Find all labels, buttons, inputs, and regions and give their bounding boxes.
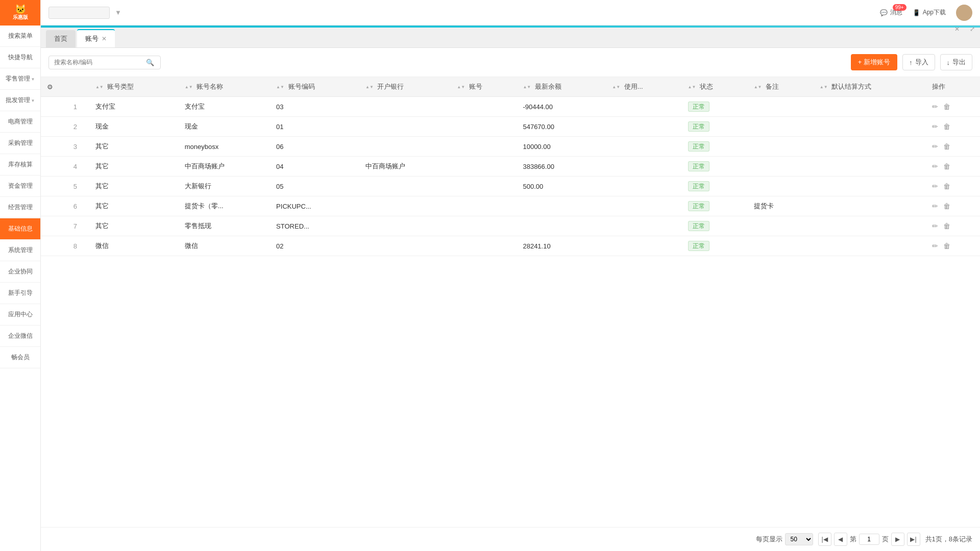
edit-button[interactable]: ✏ bbox=[932, 182, 938, 190]
avatar[interactable] bbox=[956, 5, 972, 21]
delete-button[interactable]: 🗑 bbox=[943, 182, 950, 190]
tab-home[interactable]: 首页 bbox=[46, 30, 76, 47]
edit-button[interactable]: ✏ bbox=[932, 162, 938, 170]
cell-account-type: 其它 bbox=[89, 177, 179, 196]
tab-account-close[interactable]: ✕ bbox=[102, 36, 107, 42]
sort-arrows-usage: ▲▼ bbox=[612, 85, 620, 89]
account-search-input[interactable] bbox=[54, 59, 146, 66]
edit-button[interactable]: ✏ bbox=[932, 222, 938, 230]
maximize-window-button[interactable]: ⤢ bbox=[965, 21, 980, 37]
delete-button[interactable]: 🗑 bbox=[943, 122, 950, 131]
delete-button[interactable]: 🗑 bbox=[943, 103, 950, 111]
page-input-area: 第 页 bbox=[850, 534, 889, 545]
cell-bank bbox=[359, 216, 451, 236]
cell-remark bbox=[748, 236, 814, 256]
sidebar-item-wholesale-mgmt[interactable]: 批发管理▼ bbox=[0, 90, 40, 111]
sidebar-item-ecommerce-mgmt[interactable]: 电商管理 bbox=[0, 111, 40, 133]
delete-button[interactable]: 🗑 bbox=[943, 222, 950, 230]
delete-button[interactable]: 🗑 bbox=[943, 202, 950, 210]
status-badge: 正常 bbox=[688, 221, 709, 231]
tab-account[interactable]: 账号 ✕ bbox=[77, 29, 115, 47]
col-account-type[interactable]: ▲▼ 账号类型 bbox=[89, 77, 179, 97]
cell-index: 4 bbox=[61, 157, 89, 177]
cell-latest-balance: 547670.00 bbox=[517, 117, 606, 137]
cell-gear bbox=[41, 236, 61, 256]
col-remark[interactable]: ▲▼ 备注 bbox=[748, 77, 814, 97]
close-window-button[interactable]: ✕ bbox=[949, 21, 965, 37]
sidebar-item-corp-wechat[interactable]: 企业微信 bbox=[0, 325, 40, 347]
edit-button[interactable]: ✏ bbox=[932, 122, 938, 131]
cell-gear bbox=[41, 177, 61, 196]
status-badge: 正常 bbox=[688, 241, 709, 251]
cell-status: 正常 bbox=[682, 117, 748, 137]
sidebar-item-ops-mgmt[interactable]: 经营管理 bbox=[0, 197, 40, 218]
search-icon[interactable]: 🔍 bbox=[146, 59, 154, 66]
sort-arrows-latest-balance: ▲▼ bbox=[523, 85, 531, 89]
logo-subtitle: 乐惠版 bbox=[13, 14, 28, 21]
export-button[interactable]: ↓ 导出 bbox=[940, 54, 973, 70]
col-latest-balance[interactable]: ▲▼ 最新余额 bbox=[517, 77, 606, 97]
col-account-name[interactable]: ▲▼ 账号名称 bbox=[179, 77, 270, 97]
col-usage[interactable]: ▲▼ 使用... bbox=[606, 77, 681, 97]
cell-account-no bbox=[451, 196, 517, 216]
first-page-button[interactable]: |◀ bbox=[818, 533, 831, 546]
cell-remark bbox=[748, 157, 814, 177]
cell-usage bbox=[606, 177, 681, 196]
edit-button[interactable]: ✏ bbox=[932, 103, 938, 111]
last-page-button[interactable]: ▶| bbox=[907, 533, 920, 546]
page-number-input[interactable] bbox=[859, 534, 879, 545]
edit-button[interactable]: ✏ bbox=[932, 202, 938, 210]
col-operation: 操作 bbox=[926, 77, 980, 97]
sidebar-item-chang-member[interactable]: 畅会员 bbox=[0, 347, 40, 368]
prev-page-button[interactable]: ◀ bbox=[834, 533, 847, 546]
col-account-code[interactable]: ▲▼ 账号编码 bbox=[270, 77, 359, 97]
cell-operation: ✏ 🗑 bbox=[926, 137, 980, 157]
cell-index: 6 bbox=[61, 196, 89, 216]
tab-account-label: 账号 bbox=[85, 34, 99, 43]
cell-account-no bbox=[451, 216, 517, 236]
edit-button[interactable]: ✏ bbox=[932, 242, 938, 250]
col-account-no[interactable]: ▲▼ 账号 bbox=[451, 77, 517, 97]
col-bank[interactable]: ▲▼ 开户银行 bbox=[359, 77, 451, 97]
header-dropdown-icon[interactable]: ▼ bbox=[115, 9, 121, 16]
sidebar-item-search-menu[interactable]: 搜索菜单 bbox=[0, 26, 40, 47]
page-nav: |◀ ◀ 第 页 ▶ ▶| bbox=[818, 533, 920, 546]
col-gear[interactable]: ⚙ bbox=[41, 77, 61, 97]
status-badge: 正常 bbox=[688, 161, 709, 171]
delete-button[interactable]: 🗑 bbox=[943, 142, 950, 151]
op-buttons: ✏ 🗑 bbox=[932, 122, 974, 131]
sidebar-item-inventory-check[interactable]: 库存核算 bbox=[0, 154, 40, 176]
sidebar-item-purchase-mgmt[interactable]: 采购管理 bbox=[0, 133, 40, 154]
app-download-label: App下载 bbox=[923, 8, 946, 17]
sidebar-item-quick-nav[interactable]: 快捷导航 bbox=[0, 47, 40, 68]
next-page-button[interactable]: ▶ bbox=[891, 533, 904, 546]
status-badge: 正常 bbox=[688, 201, 709, 211]
edit-button[interactable]: ✏ bbox=[932, 142, 938, 151]
header-search-area: ▼ bbox=[48, 7, 121, 19]
cell-latest-balance: -90444.00 bbox=[517, 97, 606, 117]
add-account-button[interactable]: + 新增账号 bbox=[851, 54, 897, 70]
cell-usage bbox=[606, 216, 681, 236]
per-page-select[interactable]: 50 100 200 bbox=[785, 533, 813, 545]
sidebar-item-newbie-guide[interactable]: 新手引导 bbox=[0, 283, 40, 304]
account-search-box: 🔍 bbox=[48, 56, 161, 69]
sidebar-item-corp-agreement[interactable]: 企业协同 bbox=[0, 261, 40, 283]
notification-icon: 💬 bbox=[880, 9, 888, 16]
delete-button[interactable]: 🗑 bbox=[943, 162, 950, 170]
sidebar-item-retail-mgmt[interactable]: 零售管理▼ bbox=[0, 68, 40, 90]
cell-default-settlement bbox=[814, 157, 926, 177]
delete-button[interactable]: 🗑 bbox=[943, 242, 950, 250]
sidebar-item-app-center[interactable]: 应用中心 bbox=[0, 304, 40, 325]
sidebar-item-capital-mgmt[interactable]: 资金管理 bbox=[0, 176, 40, 197]
sort-arrows-account-code: ▲▼ bbox=[276, 85, 284, 89]
import-button[interactable]: ↑ 导入 bbox=[902, 54, 935, 70]
sidebar-item-basic-info[interactable]: 基础信息 bbox=[0, 218, 40, 240]
sidebar-item-system-mgmt[interactable]: 系统管理 bbox=[0, 240, 40, 261]
col-default-settlement[interactable]: ▲▼ 默认结算方式 bbox=[814, 77, 926, 97]
op-buttons: ✏ 🗑 bbox=[932, 222, 974, 230]
page-suffix-label: 页 bbox=[882, 535, 889, 544]
header-search-input[interactable] bbox=[48, 7, 110, 19]
notification-button[interactable]: 💬 消息 99+ bbox=[880, 8, 902, 17]
app-download-button[interactable]: 📱 App下载 bbox=[913, 8, 946, 17]
col-status[interactable]: ▲▼ 状态 bbox=[682, 77, 748, 97]
